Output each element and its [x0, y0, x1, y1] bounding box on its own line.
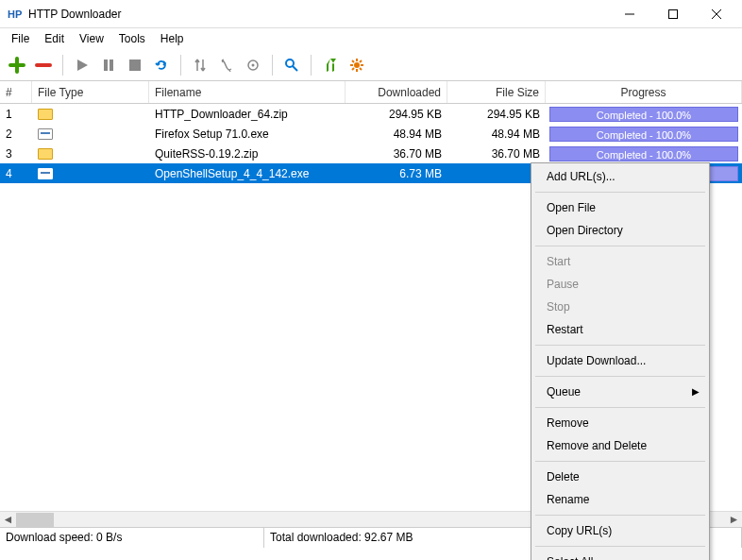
- cm-pause[interactable]: Pause: [533, 273, 707, 296]
- cm-copy-urls[interactable]: Copy URL(s): [533, 519, 707, 542]
- window-controls: [608, 0, 738, 28]
- cm-start[interactable]: Start: [533, 250, 707, 273]
- cell-filename: HTTP_Downloader_64.zip: [149, 104, 346, 124]
- cm-remove-delete[interactable]: Remove and Delete: [533, 434, 707, 457]
- chevron-right-icon: ▶: [692, 386, 700, 397]
- cm-separator: [535, 515, 705, 516]
- queue-up-button[interactable]: [189, 54, 211, 76]
- svg-line-21: [360, 60, 362, 62]
- cm-rename[interactable]: Rename: [533, 488, 707, 511]
- settings-button[interactable]: [346, 54, 368, 76]
- svg-line-19: [360, 68, 362, 70]
- col-header-filetype[interactable]: File Type: [32, 81, 149, 103]
- restart-button[interactable]: [150, 54, 173, 76]
- cell-filename: Firefox Setup 71.0.exe: [149, 124, 346, 144]
- cm-open-directory[interactable]: Open Directory: [533, 219, 707, 242]
- progress-bar: Completed - 100.0%: [549, 146, 738, 161]
- exe-icon: [38, 168, 53, 179]
- scroll-thumb[interactable]: [16, 513, 54, 527]
- close-button[interactable]: [695, 0, 738, 28]
- cm-remove[interactable]: Remove: [533, 412, 707, 434]
- menu-help[interactable]: Help: [153, 30, 192, 47]
- col-header-filesize[interactable]: File Size: [447, 81, 546, 103]
- cell-num: 4: [0, 163, 32, 183]
- cm-stop[interactable]: Stop: [533, 296, 707, 318]
- progress-bar: Completed - 100.0%: [549, 107, 738, 122]
- toolbar-separator: [272, 55, 273, 76]
- cell-filename: OpenShellSetup_4_4_142.exe: [149, 163, 346, 183]
- cm-update[interactable]: Update Download...: [533, 349, 707, 372]
- cell-filesize: 294.95 KB: [447, 104, 546, 124]
- cell-filename: QuiteRSS-0.19.2.zip: [149, 144, 346, 163]
- queue-down-button[interactable]: [215, 54, 238, 76]
- menu-bar: File Edit View Tools Help: [0, 28, 742, 49]
- status-total: Total downloaded: 92.67 MB: [264, 528, 538, 548]
- cell-downloaded: 294.95 KB: [346, 104, 447, 124]
- menu-file[interactable]: File: [4, 30, 37, 47]
- limit-button[interactable]: [242, 54, 264, 76]
- svg-rect-2: [669, 9, 678, 18]
- title-bar: HP HTTP Downloader: [0, 0, 742, 28]
- cell-progress: Completed - 100.0%: [546, 144, 742, 163]
- cell-filetype: [32, 163, 149, 183]
- cm-queue[interactable]: Queue▶: [533, 381, 707, 403]
- context-menu: Add URL(s)... Open File Open Directory S…: [531, 162, 710, 560]
- cell-filetype: [32, 144, 149, 163]
- svg-line-20: [352, 68, 354, 70]
- folder-icon: [38, 109, 53, 120]
- svg-point-10: [252, 63, 255, 66]
- cell-num: 3: [0, 144, 32, 163]
- remove-button[interactable]: [32, 54, 55, 76]
- cm-separator: [535, 246, 705, 246]
- cell-num: 2: [0, 124, 32, 144]
- menu-edit[interactable]: Edit: [37, 30, 72, 47]
- cm-open-file[interactable]: Open File: [533, 196, 707, 219]
- table-row[interactable]: 1HTTP_Downloader_64.zip294.95 KB294.95 K…: [0, 104, 742, 124]
- cell-downloaded: 6.73 MB: [346, 163, 447, 183]
- svg-rect-6: [104, 59, 108, 71]
- cell-filetype: [32, 124, 149, 144]
- app-icon: HP: [8, 7, 23, 22]
- cm-separator: [535, 376, 705, 377]
- minimize-button[interactable]: [608, 0, 651, 28]
- cell-filesize: 48.94 MB: [447, 124, 546, 144]
- cm-separator: [535, 192, 705, 193]
- svg-point-13: [354, 62, 360, 68]
- col-header-downloaded[interactable]: Downloaded: [346, 81, 447, 103]
- scroll-right-icon[interactable]: ►: [726, 512, 742, 528]
- cm-add-urls[interactable]: Add URL(s)...: [533, 165, 707, 188]
- grid-header: # File Type Filename Downloaded File Siz…: [0, 81, 742, 104]
- cm-select-all[interactable]: Select All: [533, 551, 707, 560]
- start-button[interactable]: [71, 54, 93, 76]
- cm-restart[interactable]: Restart: [533, 318, 707, 341]
- cm-delete[interactable]: Delete: [533, 466, 707, 488]
- svg-rect-8: [129, 59, 141, 71]
- svg-rect-7: [110, 59, 113, 71]
- folder-icon: [38, 148, 53, 160]
- col-header-progress[interactable]: Progress: [546, 81, 742, 103]
- table-row[interactable]: 3QuiteRSS-0.19.2.zip36.70 MB36.70 MBComp…: [0, 144, 742, 163]
- add-button[interactable]: [6, 54, 28, 76]
- cell-downloaded: 36.70 MB: [346, 144, 447, 163]
- cell-filetype: [32, 104, 149, 124]
- table-row[interactable]: 2Firefox Setup 71.0.exe48.94 MB48.94 MBC…: [0, 124, 742, 144]
- cm-separator: [535, 546, 705, 547]
- filter-button[interactable]: [319, 54, 342, 76]
- pause-button[interactable]: [97, 54, 120, 76]
- menu-tools[interactable]: Tools: [111, 30, 153, 47]
- search-button[interactable]: [280, 54, 303, 76]
- col-header-num[interactable]: #: [0, 81, 32, 103]
- menu-view[interactable]: View: [72, 30, 111, 47]
- cell-downloaded: 48.94 MB: [346, 124, 447, 144]
- toolbar-separator: [62, 55, 63, 76]
- cm-separator: [535, 407, 705, 408]
- window-title: HTTP Downloader: [28, 8, 608, 21]
- maximize-button[interactable]: [651, 0, 695, 28]
- scroll-left-icon[interactable]: ◄: [0, 512, 16, 528]
- stop-button[interactable]: [124, 54, 146, 76]
- progress-bar: Completed - 100.0%: [549, 127, 738, 142]
- col-header-filename[interactable]: Filename: [149, 81, 346, 103]
- cell-progress: Completed - 100.0%: [546, 104, 742, 124]
- toolbar: [0, 49, 742, 81]
- exe-icon: [38, 128, 53, 140]
